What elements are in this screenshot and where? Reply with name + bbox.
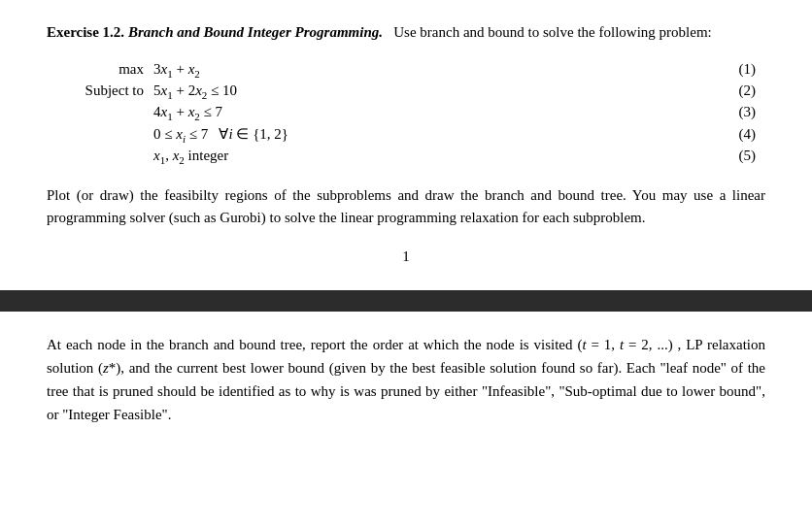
exercise-number: Exercise 1.2. bbox=[47, 24, 124, 40]
constraint4-number: (5) bbox=[717, 148, 765, 164]
page-bottom: At each node in the branch and bound tre… bbox=[0, 312, 812, 528]
constraint2-row: 4x1 + x2 ≤ 7 (3) bbox=[47, 104, 765, 122]
plot-paragraph: Plot (or draw) the feasibilty regions of… bbox=[47, 184, 765, 230]
constraint4-row: x1, x2 integer (5) bbox=[47, 148, 765, 166]
constraint1-row: Subject to 5x1 + 2x2 ≤ 10 (2) bbox=[47, 82, 765, 101]
objective-label: max bbox=[47, 61, 153, 78]
objective-number: (1) bbox=[717, 61, 765, 78]
page-top: Exercise 1.2. Branch and Bound Integer P… bbox=[0, 0, 812, 290]
page: Exercise 1.2. Branch and Bound Integer P… bbox=[0, 0, 812, 528]
constraint3-expr: 0 ≤ xi ≤ 7 ∀i ∈ {1, 2} bbox=[153, 125, 717, 145]
subject-to-label: Subject to bbox=[47, 82, 153, 99]
math-section: max 3x1 + x2 (1) Subject to 5x1 + 2x2 ≤ … bbox=[47, 61, 765, 169]
constraint3-number: (4) bbox=[717, 126, 765, 143]
page-number-section: 1 bbox=[47, 248, 765, 273]
constraint2-expr: 4x1 + x2 ≤ 7 bbox=[153, 104, 717, 122]
exercise-instruction: Use branch and bound to solve the follow… bbox=[393, 24, 711, 40]
constraint1-expr: 5x1 + 2x2 ≤ 10 bbox=[153, 82, 717, 101]
constraint1-number: (2) bbox=[717, 82, 765, 99]
objective-expr: 3x1 + x2 bbox=[153, 61, 717, 80]
exercise-name: Branch and Bound Integer Programming. bbox=[128, 24, 383, 40]
page-number: 1 bbox=[402, 248, 410, 264]
objective-row: max 3x1 + x2 (1) bbox=[47, 61, 765, 80]
constraint3-row: 0 ≤ xi ≤ 7 ∀i ∈ {1, 2} (4) bbox=[47, 125, 765, 145]
exercise-title: Exercise 1.2. Branch and Bound Integer P… bbox=[47, 21, 765, 44]
bottom-paragraph: At each node in the branch and bound tre… bbox=[47, 333, 765, 426]
constraint4-expr: x1, x2 integer bbox=[153, 148, 717, 166]
dark-separator-bar bbox=[0, 290, 812, 312]
constraint2-number: (3) bbox=[717, 104, 765, 120]
